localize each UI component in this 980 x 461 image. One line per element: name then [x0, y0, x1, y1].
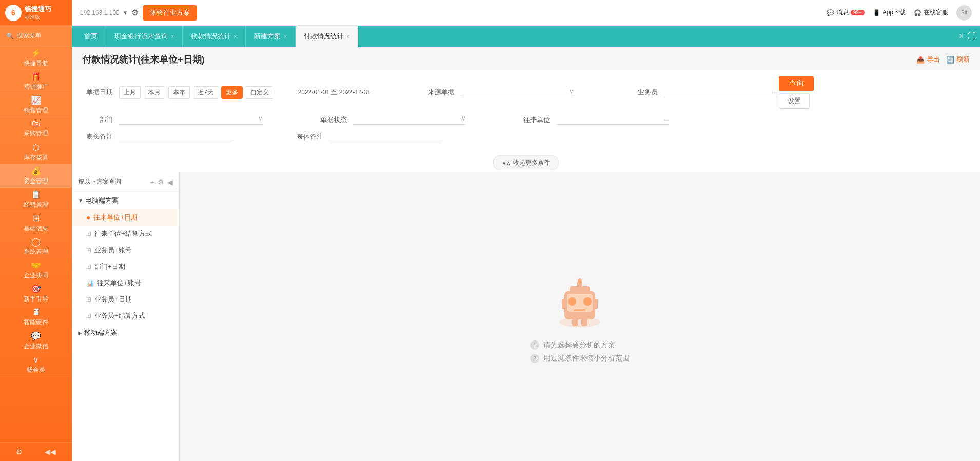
- tab-new-scheme-close[interactable]: ×: [284, 34, 287, 39]
- date-btn-last-month[interactable]: 上月: [119, 86, 141, 99]
- tab-home[interactable]: 首页: [76, 26, 106, 47]
- scheme-item-dept-date[interactable]: ⊞ 部门+日期: [72, 258, 179, 275]
- scheme-item-icon: ⊞: [86, 312, 91, 319]
- refresh-label: 刷新: [956, 55, 970, 64]
- scheme-panel-header: 按以下方案查询 + ⚙ ◀: [72, 172, 179, 192]
- sidebar-item-enterprise[interactable]: 🤝 企业协同: [0, 258, 72, 282]
- app-version: 标准版: [25, 14, 51, 21]
- tab-receipt-stats[interactable]: 收款情况统计 ×: [183, 26, 246, 47]
- scheme-item-staff-settlement[interactable]: ⊞ 业务员+结算方式: [72, 308, 179, 324]
- date-btn-this-year[interactable]: 本年: [168, 86, 190, 99]
- scheme-item-staff-date[interactable]: ⊞ 业务员+日期: [72, 291, 179, 308]
- add-scheme-btn[interactable]: +: [150, 178, 154, 186]
- collapse-scheme-panel-btn[interactable]: ◀: [167, 178, 173, 186]
- svg-rect-5: [574, 309, 586, 311]
- scheme-item-partner-settlement[interactable]: ⊞ 往来单位+结算方式: [72, 226, 179, 242]
- header-dropdown-btn[interactable]: ▾: [124, 9, 127, 16]
- filter-section: 单据日期 上月 本月 本年 近7天 更多 自定义 2022-01-01 至 20…: [72, 70, 980, 172]
- dept-select[interactable]: ∨: [119, 115, 263, 125]
- empty-tip-2: 2 用过滤条件来缩小分析范围: [530, 354, 630, 363]
- trial-industry-btn[interactable]: 体验行业方案: [143, 5, 197, 21]
- tab-new-scheme[interactable]: 新建方案 ×: [246, 26, 296, 47]
- head-note-input[interactable]: [119, 131, 232, 143]
- date-btn-last-7days[interactable]: 近7天: [193, 86, 218, 99]
- app-download-label: App下载: [883, 8, 906, 17]
- settings-bottom-btn[interactable]: ⚙: [16, 448, 23, 456]
- sidebar-item-label: 采购管理: [24, 129, 48, 138]
- export-icon: 📤: [916, 56, 925, 64]
- tab-payment-stats-close[interactable]: ×: [347, 34, 350, 39]
- source-select[interactable]: ∨: [461, 88, 574, 97]
- user-avatar[interactable]: Rit: [956, 5, 972, 21]
- scheme-group-mobile-header[interactable]: ▶ 移动端方案: [72, 324, 179, 342]
- scheme-settings-btn[interactable]: ⚙: [158, 178, 164, 186]
- sidebar-item-operation[interactable]: 📋 经营管理: [0, 188, 72, 211]
- tab-payment-stats[interactable]: 付款情况统计 ×: [296, 26, 359, 47]
- svg-rect-8: [570, 286, 590, 294]
- query-btn[interactable]: 查询: [779, 76, 814, 91]
- tab-bank-flow-close[interactable]: ×: [171, 34, 174, 39]
- scheme-item-icon: ⊞: [86, 296, 91, 303]
- sidebar-item-label: 企业协同: [24, 271, 48, 280]
- header: 192.168.1.100 ▾ ⚙ 体验行业方案 💬 消息 99+ 📱 App下…: [72, 0, 980, 26]
- sidebar-item-marketing[interactable]: 🎁 营销推广: [0, 70, 72, 93]
- message-badge: 99+: [851, 10, 865, 15]
- sidebar-item-basic-info[interactable]: ⊞ 基础信息: [0, 211, 72, 235]
- sidebar-item-sales[interactable]: 📈 销售管理: [0, 93, 72, 117]
- scheme-item-partner-date[interactable]: ● 往来单位+日期: [72, 209, 179, 226]
- maximize-window-btn[interactable]: ⛶: [968, 32, 976, 41]
- tip-2-text: 用过滤条件来缩小分析范围: [543, 354, 630, 363]
- collapse-sidebar-btn[interactable]: ◀◀: [45, 448, 56, 456]
- scheme-item-partner-account[interactable]: 📊 往来单位+账号: [72, 275, 179, 291]
- sidebar-item-label: 智能硬件: [24, 318, 48, 327]
- filter-setting-btn[interactable]: 设置: [779, 93, 810, 109]
- svg-rect-7: [594, 299, 598, 309]
- staff-select[interactable]: ...: [664, 88, 777, 97]
- app-download-btn[interactable]: 📱 App下载: [873, 8, 906, 17]
- sidebar-item-wechat[interactable]: 💬 企业微信: [0, 329, 72, 353]
- scheme-item-partner-date-label: 往来单位+日期: [93, 213, 138, 222]
- date-btn-more[interactable]: 更多: [221, 86, 243, 99]
- doc-status-select[interactable]: ∨: [353, 115, 466, 125]
- sidebar-item-system[interactable]: ◯ 系统管理: [0, 235, 72, 258]
- scheme-item-icon: ⊞: [86, 247, 91, 254]
- logo-icon: 6: [5, 5, 22, 21]
- export-btn[interactable]: 📤 导出: [916, 55, 940, 64]
- tab-receipt-stats-label: 收款情况统计: [191, 32, 231, 41]
- sidebar-item-guide[interactable]: 🎯 新手引导: [0, 282, 72, 306]
- refresh-btn[interactable]: 🔄 刷新: [946, 55, 970, 64]
- scheme-item-partner-account-label: 往来单位+账号: [97, 278, 141, 288]
- sidebar-item-inventory[interactable]: ⬡ 库存核算: [0, 141, 72, 164]
- message-btn[interactable]: 💬 消息 99+: [827, 8, 865, 17]
- scheme-item-active-icon: ●: [86, 213, 90, 222]
- empty-tips: 1 请先选择要分析的方案 2 用过滤条件来缩小分析范围: [530, 340, 630, 363]
- body-note-input[interactable]: [329, 131, 442, 143]
- scheme-item-staff-settlement-label: 业务员+结算方式: [94, 311, 145, 320]
- sidebar: 6 畅捷通巧 标准版 🔍 搜索菜单 ⚡ 快捷导航 🎁 营销推广 📈 销售管理 🛍…: [0, 0, 72, 461]
- sidebar-item-purchase[interactable]: 🛍 采购管理: [0, 117, 72, 141]
- sidebar-item-quick-nav[interactable]: ⚡ 快捷导航: [0, 46, 72, 70]
- scheme-group-desktop-header[interactable]: ▼ 电脑端方案: [72, 192, 179, 209]
- group-arrow-icon: ▼: [78, 198, 83, 204]
- sidebar-item-finance[interactable]: 💰 资金管理: [0, 164, 72, 188]
- scheme-item-staff-account[interactable]: ⊞ 业务员+账号: [72, 242, 179, 258]
- header-gear-btn[interactable]: ⚙: [131, 8, 139, 17]
- sidebar-item-hardware[interactable]: 🖥 智能硬件: [0, 306, 72, 329]
- scheme-item-partner-settlement-label: 往来单位+结算方式: [94, 229, 152, 238]
- partner-select[interactable]: ...: [556, 115, 669, 125]
- wechat-icon: 💬: [31, 331, 41, 341]
- sidebar-item-label: 基础信息: [24, 224, 48, 233]
- date-range-display: 2022-01-01 至 2022-12-31: [298, 88, 370, 97]
- logo-text-wrap: 畅捷通巧 标准版: [25, 5, 51, 21]
- sidebar-item-member[interactable]: ∨ 畅会员: [0, 353, 72, 376]
- search-menu[interactable]: 🔍 搜索菜单: [0, 26, 72, 46]
- date-btn-this-month[interactable]: 本月: [144, 86, 165, 99]
- date-btn-custom[interactable]: 自定义: [246, 86, 273, 99]
- close-window-btn[interactable]: ×: [959, 32, 964, 41]
- tab-receipt-stats-close[interactable]: ×: [234, 34, 237, 39]
- date-options: 上月 本月 本年 近7天 更多 自定义: [119, 86, 273, 99]
- group-arrow-collapsed-icon: ▶: [78, 330, 82, 336]
- collapse-more-btn[interactable]: ∧∧ 收起更多条件: [493, 155, 559, 170]
- tab-bank-flow[interactable]: 现金银行流水查询 ×: [106, 26, 183, 47]
- online-service-btn[interactable]: 🎧 在线客服: [914, 8, 948, 17]
